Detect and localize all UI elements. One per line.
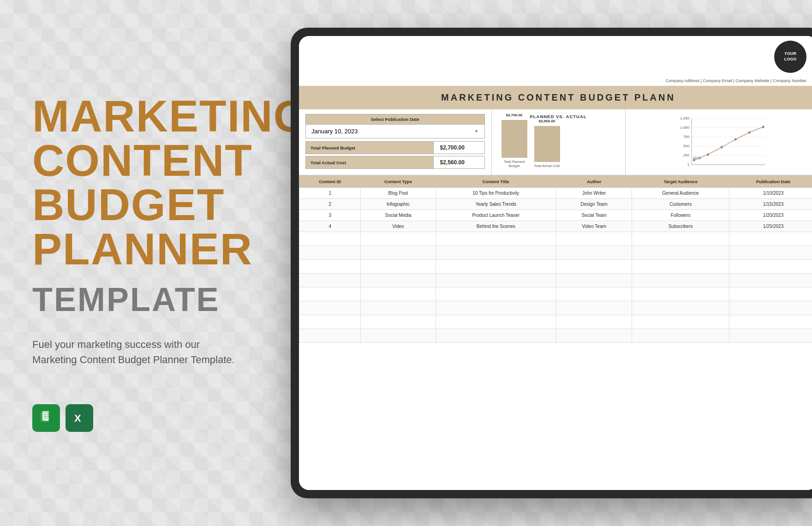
col-title: Content Title [436, 176, 556, 188]
cell-empty [299, 260, 361, 274]
cell-empty [361, 315, 436, 329]
cell-empty [436, 260, 556, 274]
actual-label: Total Actual Cost [306, 156, 434, 168]
cell-empty [299, 246, 361, 260]
cell-empty [299, 274, 361, 287]
table-row-empty [299, 246, 812, 260]
cell-type: Blog Post [361, 188, 436, 199]
svg-point-29 [734, 138, 736, 141]
col-audience: Target Audience [632, 176, 729, 188]
bar-actual: $2,560.00 Total Actual Cost [534, 119, 560, 168]
table-row-empty [299, 232, 812, 246]
cell-empty [361, 246, 436, 260]
cell-empty [361, 329, 436, 343]
svg-text:1,000: 1,000 [680, 126, 690, 130]
cell-title: 10 Tips for Productivity [436, 188, 556, 199]
app-icons-row: X [32, 404, 263, 432]
table-row-empty [299, 287, 812, 301]
cell-title: Product Launch Teaser [436, 210, 556, 221]
bar1-visual [502, 120, 527, 158]
dropdown-arrow-icon: ▼ [474, 129, 479, 134]
planned-label: Total Planned Budget [306, 142, 434, 154]
cell-empty [729, 246, 812, 260]
cell-id: 2 [299, 199, 361, 210]
cell-empty [729, 260, 812, 274]
cell-empty [556, 287, 632, 301]
cell-date: 1/10/2023 [729, 188, 812, 199]
cell-empty [632, 301, 729, 315]
table-row-empty [299, 260, 812, 274]
svg-point-31 [762, 126, 764, 128]
cell-empty [729, 301, 812, 315]
cell-author: John Writer [556, 188, 632, 199]
svg-text:500: 500 [683, 144, 689, 148]
svg-point-30 [748, 132, 750, 134]
table-row: 1Blog Post10 Tips for ProductivityJohn W… [299, 188, 812, 199]
col-type: Content Type [361, 176, 436, 188]
cell-empty [361, 232, 436, 246]
cell-empty [632, 287, 729, 301]
cell-empty [556, 301, 632, 315]
cell-empty [436, 315, 556, 329]
sub-title: TEMPLATE [32, 281, 263, 318]
cell-empty [632, 260, 729, 274]
date-metrics-panel: Select Publication Date January 10, 2023… [299, 109, 492, 175]
cell-empty [556, 246, 632, 260]
cell-empty [299, 232, 361, 246]
line-chart-panel: 1,250 1,000 750 500 250 1 [626, 109, 812, 175]
cell-audience: General Audience [632, 188, 729, 199]
sheet-content: YOUR LOGO Company Address | Company Emai… [299, 36, 812, 490]
cell-empty [436, 232, 556, 246]
cell-empty [361, 260, 436, 274]
actual-value: $2,560.00 [434, 156, 484, 168]
svg-text:1: 1 [687, 162, 689, 167]
svg-text:X: X [74, 412, 81, 424]
cell-empty [299, 315, 361, 329]
bar2-visual [534, 126, 560, 162]
cell-id: 4 [299, 221, 361, 232]
company-logo: YOUR LOGO [774, 41, 806, 73]
cell-type: Infographic [361, 199, 436, 210]
cell-empty [436, 246, 556, 260]
logo-area: YOUR LOGO Company Address | Company Emai… [666, 41, 806, 83]
excel-icon[interactable]: X [66, 404, 93, 432]
header-area: YOUR LOGO Company Address | Company Emai… [299, 36, 812, 86]
data-table-wrapper: Content ID Content Type Content Title Au… [299, 175, 812, 343]
date-selector[interactable]: Select Publication Date January 10, 2023… [305, 114, 485, 138]
left-panel: MARKETING CONTENT BUDGET PLANNER TEMPLAT… [0, 0, 295, 526]
svg-rect-5 [44, 412, 49, 421]
sheet-title: MARKETING CONTENT BUDGET PLANN [308, 92, 808, 103]
cell-empty [632, 329, 729, 343]
planned-value: $2,700.00 [434, 142, 484, 154]
cell-id: 1 [299, 188, 361, 199]
tablet-frame: YOUR LOGO Company Address | Company Emai… [291, 28, 812, 498]
cell-empty [299, 329, 361, 343]
cell-empty [556, 274, 632, 287]
bar-planned: $2,700.00 Total Planned Budget [498, 113, 531, 168]
tablet-screen: YOUR LOGO Company Address | Company Emai… [299, 36, 812, 490]
table-row: 3Social MediaProduct Launch TeaserSocial… [299, 210, 812, 221]
content-table: Content ID Content Type Content Title Au… [299, 175, 812, 343]
cell-audience: Followers [632, 210, 729, 221]
cell-empty [729, 329, 812, 343]
cell-empty [556, 315, 632, 329]
cell-empty [729, 287, 812, 301]
cell-empty [299, 301, 361, 315]
cell-empty [436, 274, 556, 287]
main-title: MARKETING CONTENT BUDGET PLANNER [32, 94, 263, 271]
planned-budget-row: Total Planned Budget $2,700.00 [305, 141, 485, 154]
sheets-icon[interactable] [32, 404, 60, 432]
company-info: Company Address | Company Email | Compan… [666, 78, 806, 83]
table-row-empty [299, 315, 812, 329]
table-row: 2InfographicYearly Sales TrendsDesign Te… [299, 199, 812, 210]
sheet-title-row: MARKETING CONTENT BUDGET PLANN [299, 86, 812, 109]
cell-empty [436, 287, 556, 301]
cell-author: Video Team [556, 221, 632, 232]
cell-empty [632, 274, 729, 287]
cell-empty [632, 315, 729, 329]
svg-text:750: 750 [683, 135, 689, 139]
svg-point-28 [720, 146, 722, 149]
cell-empty [556, 260, 632, 274]
cell-date: 1/25/2023 [729, 221, 812, 232]
col-date: Publication Date [729, 176, 812, 188]
